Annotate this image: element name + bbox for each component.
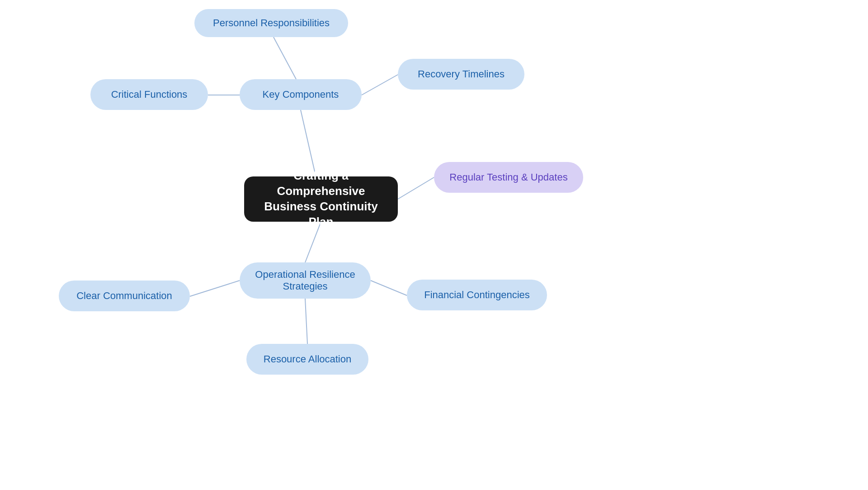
operational-resilience-label: Operational Resilience Strategies (252, 269, 358, 292)
mind-map: Crafting a Comprehensive Business Contin… (0, 0, 868, 490)
svg-line-7 (371, 281, 407, 295)
svg-line-8 (305, 299, 307, 344)
regular-testing-node: Regular Testing & Updates (434, 162, 583, 193)
personnel-node: Personnel Responsibilities (194, 9, 348, 37)
center-label: Crafting a Comprehensive Business Contin… (257, 168, 385, 229)
resource-allocation-node: Resource Allocation (246, 344, 368, 375)
svg-line-6 (190, 281, 240, 296)
operational-resilience-node: Operational Resilience Strategies (240, 262, 371, 299)
clear-communication-node: Clear Communication (59, 281, 190, 311)
regular-testing-label: Regular Testing & Updates (449, 171, 567, 183)
personnel-label: Personnel Responsibilities (213, 17, 330, 29)
clear-communication-label: Clear Communication (76, 290, 172, 302)
critical-functions-label: Critical Functions (111, 89, 188, 100)
key-components-node: Key Components (240, 79, 362, 110)
financial-contingencies-label: Financial Contingencies (424, 289, 530, 301)
svg-line-3 (362, 75, 398, 95)
recovery-timelines-node: Recovery Timelines (398, 59, 524, 90)
center-node: Crafting a Comprehensive Business Contin… (244, 176, 398, 222)
key-components-label: Key Components (263, 89, 339, 100)
critical-functions-node: Critical Functions (90, 79, 208, 110)
financial-contingencies-node: Financial Contingencies (407, 280, 547, 310)
svg-line-4 (398, 177, 434, 199)
svg-line-1 (274, 37, 296, 79)
resource-allocation-label: Resource Allocation (264, 353, 351, 365)
recovery-timelines-label: Recovery Timelines (418, 68, 505, 80)
